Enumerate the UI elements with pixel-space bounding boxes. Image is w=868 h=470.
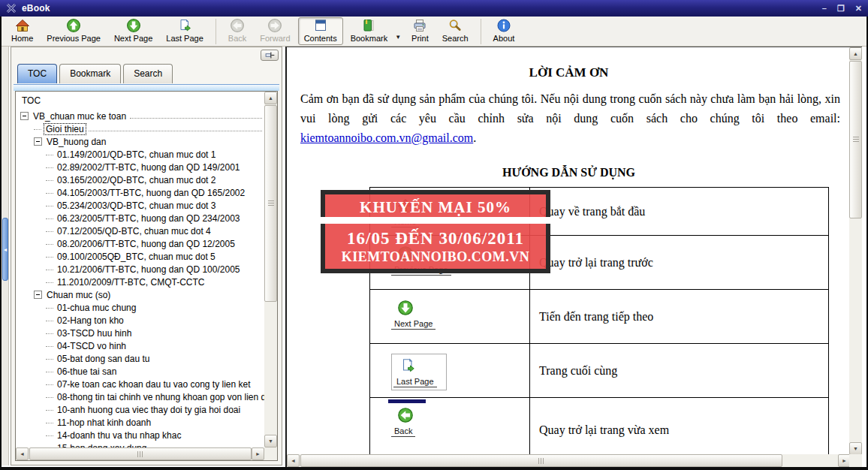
scroll-left-button[interactable]: ◄ <box>16 447 29 460</box>
tree-item[interactable]: 03.165/2002/QD-BTC, chuan muc dot 2 <box>16 173 264 186</box>
collapse-icon[interactable] <box>34 137 42 146</box>
content-horizontal-scrollbar[interactable]: ◄ ► <box>287 454 851 467</box>
toolbar-button-home[interactable]: Home <box>5 17 39 45</box>
scroll-down-button[interactable]: ▼ <box>849 442 862 455</box>
thanks-period: . <box>473 131 476 144</box>
email-link[interactable]: kiemtoannoibo.com.vn@gmail.com <box>300 131 473 144</box>
tree-item[interactable]: 04-TSCD vo hinh <box>16 339 264 352</box>
tree-item[interactable]: 02-Hang ton kho <box>16 314 264 327</box>
tree-item[interactable]: 10.21/2006/TT-BTC, huong dan QD 100/2005 <box>16 263 264 276</box>
tree-connector <box>46 333 53 334</box>
toolbar-button-contents[interactable]: Contents <box>298 17 343 45</box>
tree-item-label: 03-TSCD huu hinh <box>56 328 133 339</box>
sidebar: TOC Bookmark Search TOC VB_chuan muc ke … <box>11 47 282 465</box>
tree-connector <box>46 270 53 270</box>
content-vertical-scrollbar[interactable]: ▲ ▼ <box>849 47 862 455</box>
toolbar-button-search[interactable]: Search <box>436 17 475 45</box>
mini-button-label: Last Page <box>393 376 437 387</box>
tree-item[interactable]: 08-thong tin tai chinh ve nhung khoan go… <box>16 390 264 403</box>
tree-connector <box>46 372 53 372</box>
tree-item-label: 07-ke toan cac khoan dau tu vao cong ty … <box>56 379 252 390</box>
print-icon <box>412 18 427 33</box>
toolbar-button-label: Forward <box>260 34 290 43</box>
tree-item[interactable]: 04.105/2003/TT-BTC, huong dan QD 165/200… <box>16 186 264 199</box>
bookmark-dropdown-arrow-icon[interactable]: ▼ <box>395 34 401 41</box>
close-button[interactable]: ✕ <box>855 4 862 14</box>
thanks-body: Cảm ơn bạn đã sử dụng sản phẩm của chúng… <box>300 92 840 125</box>
tree-connector <box>46 167 53 168</box>
tree-item[interactable]: 14-doanh thu va thu nhap khac <box>16 429 264 441</box>
collapse-icon[interactable] <box>34 291 42 299</box>
toolbar-button-print[interactable]: Print <box>405 17 435 45</box>
toolbar-button-about[interactable]: About <box>487 17 521 45</box>
tree-item[interactable]: 10-anh huong cua viec thay doi ty gia ho… <box>16 403 264 416</box>
tree-item[interactable]: Gioi thieu <box>16 122 264 135</box>
tree-item[interactable]: Chuan muc (so) <box>16 288 264 301</box>
tree-item[interactable]: 05-bat dong san dau tu <box>16 352 264 365</box>
tree-item[interactable]: 15-hop dong xay dung <box>16 441 264 447</box>
tree-item[interactable]: 07-ke toan cac khoan dau tu vao cong ty … <box>16 378 264 390</box>
toolbar-button-label: Home <box>11 34 33 43</box>
tree-item[interactable]: 02.89/2002/TT-BTC, huong dan QD 149/2001 <box>16 161 264 173</box>
tree-item-label: 06.23/2005/TT-BTC, huong dan QD 234/2003 <box>56 213 242 224</box>
tree-item[interactable]: 06.23/2005/TT-BTC, huong dan QD 234/2003 <box>16 212 264 224</box>
toolbar-button-bookmark[interactable]: Bookmark <box>345 17 394 45</box>
scroll-up-button[interactable]: ▲ <box>849 47 862 60</box>
tab-bookmark[interactable]: Bookmark <box>59 64 121 83</box>
toolbar-button-label: Print <box>411 34 429 43</box>
tree-connector <box>46 308 53 309</box>
promo-site: KIEMTOANNOIBO.COM.VN <box>325 249 546 265</box>
promo-divider <box>321 217 550 224</box>
panel-splitter[interactable]: ◂ <box>2 47 9 465</box>
collapse-panel-button[interactable]: ◂ <box>2 218 8 281</box>
toc-vertical-scrollbar[interactable]: ▲ ▼ <box>264 92 277 447</box>
scroll-up-button[interactable]: ▲ <box>264 92 277 104</box>
tree-item[interactable]: 06-thue tai san <box>16 365 264 378</box>
tree-item[interactable]: VB_huong dan <box>16 135 264 148</box>
tree-item[interactable]: 09.100/2005QĐ_BTC, chuan muc dot 5 <box>16 250 264 263</box>
tree-item[interactable]: 08.20/2006/TT-BTC, huong dan QD 12/2005 <box>16 237 264 250</box>
toolbar-button-back: Back <box>222 17 252 45</box>
toolbar-button-label: Next Page <box>114 34 152 43</box>
tab-toc[interactable]: TOC <box>17 64 57 83</box>
scroll-left-button[interactable]: ◄ <box>287 454 300 467</box>
tree-item[interactable]: 01.149/2001/QD-BTC, chuan muc dot 1 <box>16 148 264 161</box>
tree-item[interactable]: 03-TSCD huu hinh <box>16 327 264 339</box>
promo-title: KHUYẾN MẠI 50% <box>325 198 546 217</box>
tree-item-label: 01-chua muc chung <box>56 303 137 313</box>
tree-connector <box>46 397 53 398</box>
maximize-button[interactable]: ❐ <box>837 4 845 14</box>
tree-item[interactable]: 11.2010/2009/TT-BTC, CMQT-CCTC <box>16 276 264 288</box>
toolbar-button-previous-page[interactable]: Previous Page <box>41 17 107 45</box>
toolbar-button-next-page[interactable]: Next Page <box>108 17 158 45</box>
search-icon <box>448 18 463 33</box>
toc-vscroll-thumb[interactable] <box>264 105 277 302</box>
tree-item[interactable]: 07.12/2005/QD-BTC, chuan muc dot 4 <box>16 224 264 237</box>
toc-hscroll-thumb[interactable] <box>29 447 252 460</box>
table-row: Last PageTrang cuối cùng <box>370 344 829 398</box>
collapse-icon[interactable] <box>20 112 29 120</box>
tree-item[interactable]: 05.234/2003/QD-BTC, chuan muc dot 3 <box>16 199 264 212</box>
image-fragment <box>388 399 426 403</box>
toolbar-button-last-page[interactable]: Last Page <box>160 17 209 45</box>
tree-item[interactable]: VB_chuan muc ke toan <box>16 110 264 122</box>
tree-connector <box>46 435 53 436</box>
tree-connector <box>46 423 53 423</box>
tree-item-label: 05-bat dong san dau tu <box>56 354 151 364</box>
content-hscroll-thumb[interactable] <box>300 454 782 467</box>
toolbar-button-label: Contents <box>304 34 337 43</box>
content-vscroll-thumb[interactable] <box>849 61 862 218</box>
toc-horizontal-scrollbar[interactable]: ◄ ► <box>16 447 264 460</box>
minimize-button[interactable]: – <box>822 4 827 14</box>
scroll-down-button[interactable]: ▼ <box>264 435 277 447</box>
tree-item-label: 10.21/2006/TT-BTC, huong dan QD 100/2005 <box>56 264 242 275</box>
scroll-right-button[interactable]: ► <box>252 447 264 460</box>
thanks-title: LỜI CẢM ƠN <box>287 65 851 80</box>
description-cell: Quay trở lại trang trước <box>530 236 829 290</box>
tab-search[interactable]: Search <box>123 64 173 83</box>
tree-item[interactable]: 01-chua muc chung <box>16 301 264 314</box>
toolbar-button-label: Previous Page <box>47 34 101 43</box>
tree-item[interactable]: 11-hop nhat kinh doanh <box>16 416 264 429</box>
tree-item-label: 11-hop nhat kinh doanh <box>56 417 152 428</box>
auto-hide-pin-button[interactable] <box>261 50 279 61</box>
